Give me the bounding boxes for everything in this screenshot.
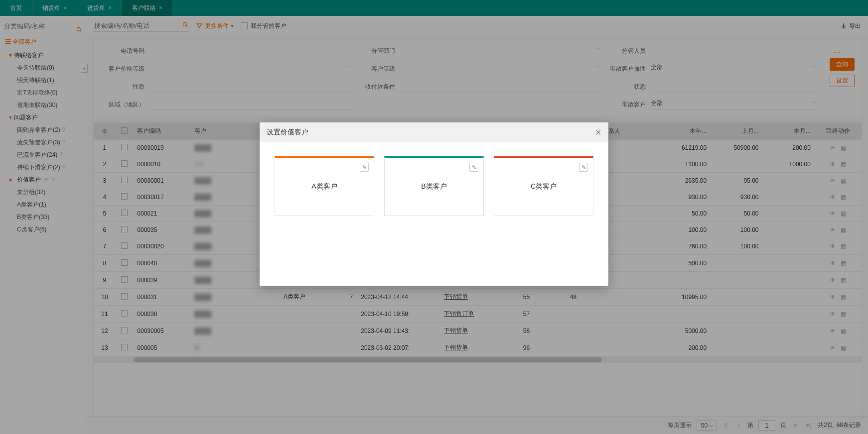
- card-label: A类客户: [311, 182, 337, 191]
- modal-overlay[interactable]: 设置价值客户 ✕ ✎A类客户✎B类客户✎C类客户: [0, 0, 868, 434]
- value-card[interactable]: ✎B类客户: [384, 156, 484, 216]
- value-card[interactable]: ✎C类客户: [494, 156, 593, 216]
- edit-icon[interactable]: ✎: [360, 163, 369, 172]
- card-label: B类客户: [421, 182, 446, 191]
- edit-icon[interactable]: ✎: [469, 163, 478, 172]
- value-card[interactable]: ✎A类客户: [275, 156, 374, 216]
- card-label: C类客户: [531, 182, 557, 191]
- edit-icon[interactable]: ✎: [579, 163, 588, 172]
- value-customer-modal: 设置价值客户 ✕ ✎A类客户✎B类客户✎C类客户: [260, 122, 608, 286]
- close-icon[interactable]: ✕: [595, 128, 601, 137]
- modal-title: 设置价值客户: [267, 128, 308, 137]
